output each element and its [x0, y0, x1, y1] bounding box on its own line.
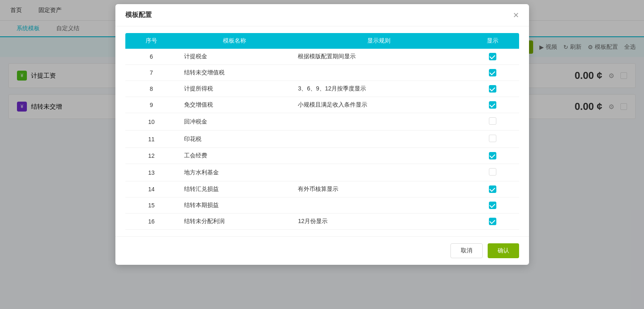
config-table: 序号 模板名称 显示规则 显示 6计提税金根据模版配置期间显示7结转未交增值税8… — [125, 33, 519, 230]
cell-rule — [291, 164, 466, 181]
cell-rule — [291, 197, 466, 214]
cell-name: 结转本期损益 — [177, 197, 291, 214]
cell-name: 回冲税金 — [177, 113, 291, 131]
cell-rule: 小规模且满足收入条件显示 — [291, 97, 466, 113]
table-row: 16结转未分配利润12月份显示 — [125, 214, 519, 230]
cell-rule — [291, 148, 466, 164]
cell-seq: 16 — [125, 214, 178, 230]
checkbox-unchecked[interactable] — [489, 117, 496, 125]
cancel-button[interactable]: 取消 — [450, 243, 483, 258]
checkbox-checked[interactable] — [489, 202, 496, 209]
table-row: 8计提所得税3、6、9、12月按季度显示 — [125, 81, 519, 97]
cell-rule — [291, 65, 466, 81]
cell-seq: 15 — [125, 197, 178, 214]
cell-show — [467, 148, 519, 164]
cell-name: 结转未交增值税 — [177, 65, 291, 81]
cell-seq: 8 — [125, 81, 178, 97]
cell-rule — [291, 131, 466, 148]
modal-overlay: 模板配置 ✕ 序号 模板名称 显示规则 显示 6计提税金根据模版配置期间显 — [0, 0, 644, 309]
modal-title: 模板配置 — [125, 11, 152, 19]
col-rule: 显示规则 — [291, 33, 466, 49]
col-show: 显示 — [467, 33, 519, 49]
cell-name: 工会经费 — [177, 148, 291, 164]
table-row: 13地方水利基金 — [125, 164, 519, 181]
cell-seq: 6 — [125, 49, 178, 65]
table-row: 9免交增值税小规模且满足收入条件显示 — [125, 97, 519, 113]
cell-show — [467, 81, 519, 97]
modal-body[interactable]: 序号 模板名称 显示规则 显示 6计提税金根据模版配置期间显示7结转未交增值税8… — [115, 26, 529, 236]
cell-seq: 11 — [125, 131, 178, 148]
checkbox-checked[interactable] — [489, 185, 496, 193]
cell-show — [467, 49, 519, 65]
table-row: 15结转本期损益 — [125, 197, 519, 214]
checkbox-checked[interactable] — [489, 218, 496, 225]
cell-show — [467, 65, 519, 81]
table-row: 7结转未交增值税 — [125, 65, 519, 81]
cell-name: 免交增值税 — [177, 97, 291, 113]
cell-show — [467, 97, 519, 113]
table-row: 11印花税 — [125, 131, 519, 148]
table-row: 14结转汇兑损益有外币核算显示 — [125, 181, 519, 197]
template-config-modal: 模板配置 ✕ 序号 模板名称 显示规则 显示 6计提税金根据模版配置期间显 — [115, 4, 529, 265]
table-row: 12工会经费 — [125, 148, 519, 164]
checkbox-checked[interactable] — [489, 101, 496, 109]
checkbox-unchecked[interactable] — [489, 135, 496, 142]
modal-footer: 取消 确认 — [115, 236, 529, 265]
cell-seq: 9 — [125, 97, 178, 113]
cell-show — [467, 164, 519, 181]
cell-rule — [291, 113, 466, 131]
cell-seq: 14 — [125, 181, 178, 197]
cell-name: 地方水利基金 — [177, 164, 291, 181]
cell-name: 计提所得税 — [177, 81, 291, 97]
cell-show — [467, 131, 519, 148]
col-seq: 序号 — [125, 33, 178, 49]
confirm-button[interactable]: 确认 — [488, 243, 519, 258]
checkbox-checked[interactable] — [489, 69, 496, 76]
checkbox-checked[interactable] — [489, 53, 496, 60]
checkbox-checked[interactable] — [489, 152, 496, 159]
cell-rule: 有外币核算显示 — [291, 181, 466, 197]
cell-seq: 13 — [125, 164, 178, 181]
cell-show — [467, 197, 519, 214]
cell-name: 结转未分配利润 — [177, 214, 291, 230]
cell-seq: 10 — [125, 113, 178, 131]
checkbox-checked[interactable] — [489, 85, 496, 93]
table-row: 6计提税金根据模版配置期间显示 — [125, 49, 519, 65]
cell-show — [467, 113, 519, 131]
cell-seq: 7 — [125, 65, 178, 81]
checkbox-unchecked[interactable] — [489, 168, 496, 176]
cell-rule: 12月份显示 — [291, 214, 466, 230]
table-row: 10回冲税金 — [125, 113, 519, 131]
cell-show — [467, 181, 519, 197]
cell-rule: 根据模版配置期间显示 — [291, 49, 466, 65]
table-wrapper: 序号 模板名称 显示规则 显示 6计提税金根据模版配置期间显示7结转未交增值税8… — [125, 33, 519, 230]
cell-show — [467, 214, 519, 230]
cell-rule: 3、6、9、12月按季度显示 — [291, 81, 466, 97]
modal-close-button[interactable]: ✕ — [513, 12, 519, 19]
col-name: 模板名称 — [177, 33, 291, 49]
cell-name: 计提税金 — [177, 49, 291, 65]
cell-name: 印花税 — [177, 131, 291, 148]
modal-header: 模板配置 ✕ — [115, 4, 529, 26]
cell-seq: 12 — [125, 148, 178, 164]
cell-name: 结转汇兑损益 — [177, 181, 291, 197]
